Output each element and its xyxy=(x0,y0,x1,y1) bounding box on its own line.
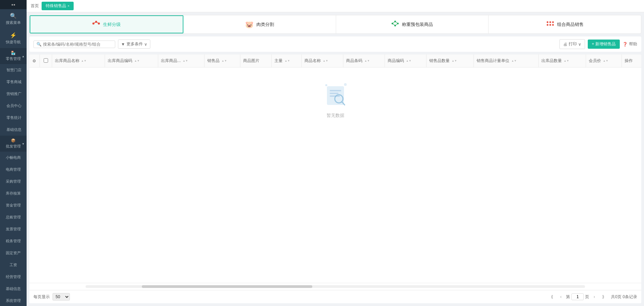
sidebar-item-wholesale-mgmt[interactable]: 📦 批发管理 ▼ xyxy=(0,136,27,152)
sidebar-item-quick-nav[interactable]: ⚡ 快捷导航 xyxy=(0,29,27,48)
th-product-code[interactable]: 商品编码 ▲▼ xyxy=(385,55,426,67)
cat-tab-meat[interactable]: 🐷 肉类分割 xyxy=(183,15,336,33)
active-tab[interactable]: 特殊销售品 × xyxy=(42,2,74,10)
svg-rect-21 xyxy=(330,93,339,94)
col-member-price-label: 会员价 xyxy=(589,58,601,63)
sort-arrows-product-code[interactable]: ▲▼ xyxy=(406,60,411,62)
retail-mgmt-arrow: ▲ xyxy=(22,55,25,58)
svg-point-15 xyxy=(552,21,554,23)
sidebar-item-mini-ecom[interactable]: 小畅电商 xyxy=(0,152,27,164)
print-button[interactable]: 🖨 打印 ∨ xyxy=(559,39,585,49)
quick-nav-icon: ⚡ xyxy=(10,32,17,39)
th-setting[interactable]: ⚙ xyxy=(29,55,40,67)
th-main-qty[interactable]: 主量 ▲▼ xyxy=(272,55,302,67)
th-checkbox[interactable] xyxy=(40,55,52,67)
sidebar-item-invoice[interactable]: 发票管理 xyxy=(0,223,27,235)
page-first-btn[interactable]: ⟪ xyxy=(548,293,556,301)
col-product-img-label: 商品图片 xyxy=(243,58,259,63)
th-out-code[interactable]: 出库商品编码 ▲▼ xyxy=(105,55,158,67)
sidebar-item-smart-store[interactable]: 智慧门店 xyxy=(0,64,27,76)
column-setting-icon[interactable]: ⚙ xyxy=(32,59,36,63)
tab-close-icon[interactable]: × xyxy=(68,4,70,8)
sort-arrows-out-spec[interactable]: ▲▼ xyxy=(183,60,188,62)
th-out-spec[interactable]: 出库商品... ▲▼ xyxy=(158,55,205,67)
sidebar-item-ecom-mgmt[interactable]: 电商管理 xyxy=(0,164,27,175)
sort-arrows-product-name[interactable]: ▲▼ xyxy=(323,60,328,62)
page-prev-btn[interactable]: ‹ xyxy=(557,293,565,301)
sidebar-item-ledger[interactable]: 总账管理 xyxy=(0,211,27,223)
sidebar-item-inventory[interactable]: 库存核算 xyxy=(0,187,27,199)
col-sale-qty-label: 销售品数量 xyxy=(429,58,450,63)
sidebar-item-basic-info[interactable]: 基础信息 xyxy=(0,124,27,136)
sidebar-item-retail-mall[interactable]: 零售商城 xyxy=(0,76,27,88)
page-next-btn[interactable]: › xyxy=(590,293,598,301)
sidebar-logo: ●● xyxy=(0,0,27,9)
sort-arrows-out-name[interactable]: ▲▼ xyxy=(81,60,87,62)
svg-point-18 xyxy=(552,24,554,26)
main-content: 首页 特殊销售品 × 生鲜分级 xyxy=(27,0,644,306)
sidebar-item-payroll[interactable]: 工资 xyxy=(0,259,27,271)
sidebar-item-retail-mgmt[interactable]: 🏪 零售管理 ▲ xyxy=(0,48,27,64)
combo-tab-icon xyxy=(546,20,554,29)
total-label: 共0页 0条记录 xyxy=(611,294,637,300)
svg-point-17 xyxy=(549,24,551,26)
toolbar-right: 🖨 打印 ∨ + 新增销售品 ❓ 帮助 xyxy=(559,39,637,49)
scrollbar-container[interactable] xyxy=(29,283,641,290)
sidebar-item-fixed-assets[interactable]: 固定资产 xyxy=(0,247,27,259)
new-label: + 新增销售品 xyxy=(592,41,616,47)
sidebar-item-member-center[interactable]: 会员中心 xyxy=(0,100,27,112)
sort-arrows-main-qty[interactable]: ▲▼ xyxy=(285,60,290,62)
cat-tab-fresh[interactable]: 生鲜分级 xyxy=(30,15,183,33)
new-sale-item-button[interactable]: + 新增销售品 xyxy=(588,40,620,49)
th-out-name[interactable]: 出库商品名称 ▲▼ xyxy=(52,55,105,67)
filter-icon: ▼ xyxy=(121,42,125,47)
search-input[interactable] xyxy=(43,42,112,47)
sidebar-item-purchase-mgmt[interactable]: 采购管理 xyxy=(0,175,27,187)
search-icon: 🔍 xyxy=(36,42,42,47)
toolbar: 🔍 ▼ 更多条件 ∨ 🖨 打印 ∨ + 新增销售品 xyxy=(29,36,641,52)
sidebar: ●● 🔍 搜索菜单 ⚡ 快捷导航 🏪 零售管理 ▲ 智慧门店 零售商城 营销推广… xyxy=(0,0,27,306)
sidebar-item-finance[interactable]: 资金管理 xyxy=(0,199,27,211)
th-member-price[interactable]: 会员价 ▲▼ xyxy=(586,55,622,67)
sidebar-item-tax[interactable]: 税务管理 xyxy=(0,235,27,247)
page-size-label: 每页显示 xyxy=(33,294,50,300)
sidebar-item-basic-info2[interactable]: 基础信息 xyxy=(0,283,27,295)
th-action: 操作 xyxy=(622,55,641,67)
table-wrap[interactable]: ⚙ 出库商品名称 ▲▼ 出库商品编码 ▲▼ xyxy=(29,55,641,283)
th-sale-unit[interactable]: 销售商品计量单位 ▲▼ xyxy=(474,55,539,67)
page-last-btn[interactable]: ⟫ xyxy=(599,293,607,301)
page-unit-label: 页 xyxy=(585,294,589,300)
sort-arrows-sale-qty[interactable]: ▲▼ xyxy=(452,60,457,62)
th-sale-qty[interactable]: 销售品数量 ▲▼ xyxy=(426,55,474,67)
sidebar-item-sys-mgmt[interactable]: 系统管理 xyxy=(0,295,27,306)
sort-arrows-barcode[interactable]: ▲▼ xyxy=(364,60,370,62)
sort-arrows-sale-unit[interactable]: ▲▼ xyxy=(511,60,517,62)
page-size-select[interactable]: 10 20 50 100 xyxy=(53,293,70,301)
sort-arrows-sale-item[interactable]: ▲▼ xyxy=(222,60,227,62)
select-all-checkbox[interactable] xyxy=(44,58,48,63)
page-body: 生鲜分级 🐷 肉类分割 xyxy=(27,12,644,306)
th-out-qty[interactable]: 出库品数量 ▲▼ xyxy=(539,55,586,67)
sort-arrows-out-qty[interactable]: ▲▼ xyxy=(564,60,569,62)
page-number-input[interactable] xyxy=(571,293,584,300)
th-sale-item[interactable]: 销售品 ▲▼ xyxy=(205,55,240,67)
filter-button[interactable]: ▼ 更多条件 ∨ xyxy=(118,40,150,49)
th-product-name[interactable]: 商品名称 ▲▼ xyxy=(302,55,343,67)
weigh-tab-label: 称重预包装商品 xyxy=(402,21,433,28)
sidebar-item-search-menu[interactable]: 🔍 搜索菜单 xyxy=(0,9,27,29)
search-box[interactable]: 🔍 xyxy=(33,41,115,48)
sidebar-item-retail-stats[interactable]: 零售统计 xyxy=(0,112,27,124)
cat-tab-combo[interactable]: 组合商品销售 xyxy=(489,15,641,33)
scrollbar-track[interactable] xyxy=(86,285,585,288)
sort-arrows-member-price[interactable]: ▲▼ xyxy=(603,60,608,62)
sort-arrows-out-code[interactable]: ▲▼ xyxy=(134,60,140,62)
th-barcode[interactable]: 商品条码 ▲▼ xyxy=(343,55,385,67)
sidebar-item-marketing[interactable]: 营销推广 xyxy=(0,88,27,100)
breadcrumb-home[interactable]: 首页 xyxy=(31,3,39,9)
sidebar-item-ops-mgmt[interactable]: 经营管理 xyxy=(0,271,27,283)
help-button[interactable]: ❓ 帮助 xyxy=(623,41,637,47)
cat-tab-weigh[interactable]: 称重预包装商品 xyxy=(336,15,489,33)
col-sale-unit-label: 销售商品计量单位 xyxy=(477,58,509,63)
filter-label: 更多条件 xyxy=(126,41,143,47)
scrollbar-thumb[interactable] xyxy=(142,285,312,288)
